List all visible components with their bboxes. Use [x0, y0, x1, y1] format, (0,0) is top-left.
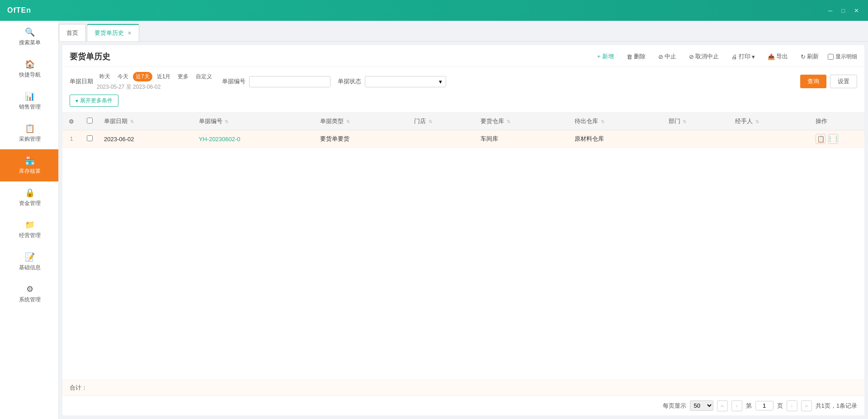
- display-detail-checkbox[interactable]: [828, 54, 834, 60]
- no-sort-icon: ⇅: [225, 119, 228, 124]
- sidebar-item-quicknav[interactable]: 🏠 快捷导航: [0, 53, 58, 85]
- pending-warehouse-sort-icon: ⇅: [601, 119, 604, 124]
- sidebar-item-inventory[interactable]: 🏪 库存核算: [0, 149, 58, 181]
- sidebar-item-basicinfo-label: 基础信息: [19, 264, 41, 271]
- operation-icon: 📁: [25, 220, 35, 230]
- tab-order-history[interactable]: 要货单历史 ✕: [87, 24, 139, 41]
- col-settings[interactable]: ⚙: [62, 113, 80, 130]
- sidebar-item-operation[interactable]: 📁 经营管理: [0, 214, 58, 246]
- system-icon: ⚙: [26, 284, 33, 294]
- prev-page-btn[interactable]: ‹: [731, 400, 742, 411]
- expand-filter-btn[interactable]: ▾ 展开更多条件: [70, 95, 118, 107]
- print-btn[interactable]: 🖨 打印 ▾: [728, 51, 759, 62]
- tab-home[interactable]: 首页: [59, 24, 86, 41]
- date-option-yesterday[interactable]: 昨天: [97, 72, 113, 81]
- go-page-suffix: 页: [777, 402, 783, 410]
- data-table: ⚙ 单据日期 ⇅ 单据编号 ⇅: [62, 113, 864, 148]
- cancel-stop-btn[interactable]: ⊘ 取消中止: [685, 51, 722, 62]
- status-label: 单据状态: [338, 77, 361, 86]
- row-dept: [663, 130, 730, 148]
- col-no[interactable]: 单据编号 ⇅: [193, 113, 315, 130]
- table-header-row: ⚙ 单据日期 ⇅ 单据编号 ⇅: [62, 113, 864, 130]
- order-no-filter-group: 单据编号: [222, 76, 330, 87]
- page-input[interactable]: [755, 401, 774, 410]
- export-btn[interactable]: 📤 导出: [764, 51, 792, 62]
- refresh-btn[interactable]: ↻ 刷新: [797, 51, 822, 62]
- row-pending-warehouse: 原材料仓库: [569, 130, 663, 148]
- date-filter-group: 单据日期 昨天 今天 近7天 近1月 更多 自定义 2: [70, 72, 215, 91]
- row-req-warehouse: 车间库: [475, 130, 569, 148]
- sidebar: 🔍 搜索菜单 🏠 快捷导航 📊 销售管理 📋 采购管理 🏪 库存核算 🔒: [0, 21, 59, 419]
- row-store: [409, 130, 475, 148]
- page-size-select[interactable]: 10 20 50 100: [690, 400, 713, 411]
- col-action: 操作: [810, 113, 864, 130]
- status-select-arrow: ▾: [439, 78, 442, 85]
- sales-icon: 📊: [25, 91, 35, 101]
- select-all-checkbox[interactable]: [87, 118, 93, 124]
- filter-actions: 查询 设置: [800, 75, 857, 88]
- sidebar-item-finance[interactable]: 🔒 资金管理: [0, 181, 58, 214]
- tab-close-btn[interactable]: ✕: [127, 30, 132, 36]
- row-checkbox[interactable]: [87, 135, 93, 141]
- row-type: 要货单要货: [315, 130, 409, 148]
- home-icon: 🏠: [25, 59, 35, 69]
- date-option-1month[interactable]: 近1月: [154, 72, 174, 81]
- date-option-custom[interactable]: 自定义: [193, 72, 215, 81]
- next-page-btn[interactable]: ›: [787, 400, 797, 411]
- maximize-btn[interactable]: □: [840, 5, 847, 16]
- order-no-input[interactable]: [249, 76, 330, 87]
- stop-btn[interactable]: ⊘ 中止: [655, 51, 680, 62]
- col-store[interactable]: 门店 ⇅: [409, 113, 475, 130]
- filter-row-2: ▾ 展开更多条件: [70, 95, 857, 107]
- table-row: 1 2023-06-02 YH-20230602-0 要货单要货: [62, 130, 864, 148]
- col-checkbox: [80, 113, 99, 130]
- go-page-label: 第: [746, 402, 752, 410]
- date-option-7days[interactable]: 近7天: [133, 72, 152, 81]
- row-no: YH-20230602-0: [193, 130, 315, 148]
- sidebar-item-search[interactable]: 🔍 搜索菜单: [0, 21, 58, 53]
- date-option-today[interactable]: 今天: [115, 72, 131, 81]
- date-options: 昨天 今天 近7天 近1月 更多 自定义: [97, 72, 215, 81]
- col-pending-warehouse[interactable]: 待出仓库 ⇅: [569, 113, 663, 130]
- print-dropdown-icon: ▾: [752, 53, 755, 60]
- col-dept[interactable]: 部门 ⇅: [663, 113, 730, 130]
- print-icon: 🖨: [731, 53, 737, 60]
- purchase-icon: 📋: [25, 124, 35, 133]
- row-num: 1: [62, 130, 80, 148]
- col-type[interactable]: 单据类型 ⇅: [315, 113, 409, 130]
- page-header: 要货单历史 + 新增 🗑 删除 ⊘ 中止 ⊘ 取消中止: [62, 45, 864, 67]
- col-req-warehouse[interactable]: 要货仓库 ⇅: [475, 113, 569, 130]
- display-detail-toggle[interactable]: 显示明细: [828, 53, 857, 61]
- sidebar-item-system[interactable]: ⚙ 系统管理: [0, 278, 58, 310]
- row-edit-btn[interactable]: 📋: [816, 134, 826, 144]
- date-option-more[interactable]: 更多: [175, 72, 191, 81]
- sidebar-item-purchase[interactable]: 📋 采购管理: [0, 117, 58, 149]
- settings-btn[interactable]: 设置: [830, 75, 857, 88]
- add-btn[interactable]: + 新增: [594, 51, 618, 62]
- sidebar-item-basicinfo[interactable]: 📝 基础信息: [0, 246, 58, 278]
- sidebar-item-quicknav-label: 快捷导航: [19, 71, 41, 79]
- status-select[interactable]: ▾: [365, 76, 446, 87]
- status-filter-group: 单据状态 ▾: [338, 76, 446, 87]
- last-page-btn[interactable]: »: [801, 400, 812, 411]
- req-warehouse-sort-icon: ⇅: [507, 119, 510, 124]
- row-more-btn[interactable]: ⋮⋮: [828, 134, 838, 144]
- inventory-icon: 🏪: [25, 156, 35, 166]
- handler-sort-icon: ⇅: [755, 119, 759, 124]
- col-date[interactable]: 单据日期 ⇅: [99, 113, 193, 130]
- stop-icon: ⊘: [658, 53, 663, 60]
- close-btn[interactable]: ✕: [852, 5, 861, 16]
- store-sort-icon: ⇅: [429, 119, 432, 124]
- minimize-btn[interactable]: ─: [826, 5, 834, 16]
- tab-bar: 首页 要货单历史 ✕: [59, 21, 868, 42]
- page-title: 要货单历史: [70, 51, 110, 62]
- query-btn[interactable]: 查询: [800, 75, 826, 88]
- export-icon: 📤: [768, 53, 775, 60]
- col-handler[interactable]: 经手人 ⇅: [730, 113, 810, 130]
- first-page-btn[interactable]: «: [717, 400, 728, 411]
- sidebar-item-sales[interactable]: 📊 销售管理: [0, 85, 58, 117]
- sidebar-item-inventory-label: 库存核算: [19, 167, 41, 175]
- brand-name: OfTEn: [7, 6, 31, 14]
- row-no-link[interactable]: YH-20230602-0: [199, 136, 241, 143]
- delete-btn[interactable]: 🗑 删除: [623, 51, 649, 62]
